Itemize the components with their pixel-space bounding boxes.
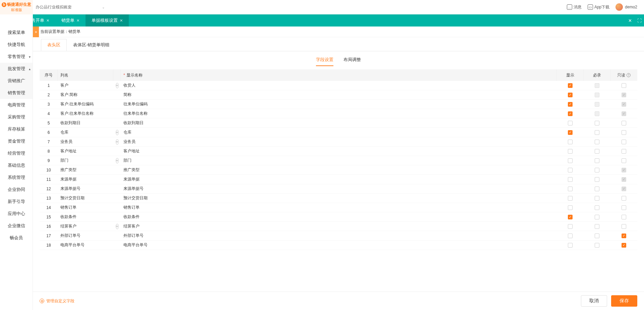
checkbox[interactable] (622, 83, 626, 88)
cell-display-name[interactable]: 客户地址 (121, 147, 557, 156)
cell-display-name[interactable]: 预计交货日期 (121, 194, 557, 203)
checkbox[interactable] (622, 149, 626, 154)
rail-group[interactable]: 采购管理 (0, 111, 33, 123)
rail-group[interactable]: 应用中心 (0, 208, 33, 220)
checkbox[interactable] (622, 234, 626, 238)
workspace-tab[interactable]: 销货单✕ (55, 14, 86, 27)
checkbox[interactable] (595, 196, 599, 201)
checkbox[interactable] (595, 243, 599, 248)
rail-group[interactable]: 基础信息 (0, 159, 33, 171)
cell-display-name[interactable]: 业务员 (121, 137, 557, 146)
cell-display-name[interactable]: 部门 (121, 156, 557, 165)
cell-display-name[interactable]: 往来单位编码 (121, 100, 557, 109)
cell-display-name[interactable]: 推广类型 (121, 165, 557, 174)
rail-item[interactable]: 快捷导航 (0, 39, 33, 51)
rail-group[interactable]: 企业微信 (0, 220, 33, 232)
expand-column-button[interactable]: + (116, 83, 119, 88)
rail-subitem[interactable]: 销售管理 (0, 87, 33, 99)
cell-display-name[interactable]: 结算客户 (121, 222, 557, 231)
cell-display-name[interactable]: 收货人 (121, 81, 557, 90)
checkbox[interactable] (622, 130, 626, 135)
checkbox[interactable] (568, 215, 573, 219)
app-download-link[interactable]: ▭ App下载 (588, 4, 609, 10)
checkbox[interactable] (568, 149, 573, 154)
checkbox[interactable] (568, 140, 573, 144)
rail-group[interactable]: 经营管理 (0, 147, 33, 159)
checkbox[interactable] (595, 158, 599, 163)
expand-notice-button[interactable]: » (33, 27, 39, 37)
checkbox[interactable] (595, 149, 599, 154)
rail-group[interactable]: 畅会员 (0, 232, 33, 244)
expand-column-button[interactable]: + (116, 224, 119, 229)
close-tab-icon[interactable]: ✕ (76, 18, 79, 23)
messages-link[interactable]: … 消息 (567, 4, 582, 10)
subtab-layout-adjust[interactable]: 布局调整 (343, 57, 361, 66)
rail-group[interactable]: 系统管理 (0, 171, 33, 184)
checkbox[interactable] (568, 121, 573, 125)
rail-group[interactable]: 资金管理 (0, 135, 33, 147)
checkbox[interactable] (595, 177, 599, 182)
cell-display-name[interactable]: 简称 (121, 90, 557, 99)
checkbox[interactable] (622, 215, 626, 219)
close-tab-icon[interactable]: ✕ (46, 18, 49, 23)
checkbox[interactable] (568, 102, 573, 107)
cell-display-name[interactable]: 外部订单号 (121, 231, 557, 240)
checkbox[interactable] (595, 140, 599, 144)
close-tab-icon[interactable]: ✕ (120, 18, 123, 23)
checkbox[interactable] (568, 243, 573, 248)
cancel-button[interactable]: 取消 (581, 295, 607, 307)
checkbox[interactable] (568, 168, 573, 172)
tab-body-area[interactable]: 表体区-销货单明细 (67, 39, 116, 51)
cell-display-name[interactable]: 来源单据 (121, 175, 557, 184)
manage-custom-fields-link[interactable]: ⚙ 管理自定义字段 (40, 298, 74, 304)
expand-column-button[interactable]: + (116, 158, 119, 163)
checkbox[interactable] (595, 205, 599, 210)
checkbox[interactable] (568, 130, 573, 135)
checkbox[interactable] (622, 158, 626, 163)
grid-body[interactable]: 1客户+收货人2客户.简称简称3客户.往来单位编码往来单位编码4客户.往来单位名… (40, 81, 637, 292)
checkbox[interactable] (622, 121, 626, 125)
checkbox[interactable] (595, 224, 599, 229)
checkbox[interactable] (595, 130, 599, 135)
expand-column-button[interactable]: + (116, 130, 119, 135)
rail-group[interactable]: 企业协同 (0, 184, 33, 196)
save-button[interactable]: 保存 (611, 295, 637, 307)
rail-group[interactable]: 零售管理▾ (0, 51, 33, 63)
checkbox[interactable] (568, 234, 573, 238)
subtab-field-settings[interactable]: 字段设置 (316, 57, 333, 66)
checkbox[interactable] (568, 83, 573, 88)
checkbox[interactable] (622, 140, 626, 144)
rail-group[interactable]: 批发管理▴ (0, 63, 33, 75)
close-all-tabs-button[interactable]: ✕ (625, 14, 635, 27)
cell-display-name[interactable]: 来源单据号 (121, 184, 557, 193)
checkbox[interactable] (595, 215, 599, 219)
checkbox[interactable] (568, 187, 573, 191)
cell-display-name[interactable]: 仓库 (121, 128, 557, 137)
tab-header-area[interactable]: 表头区 (41, 39, 67, 51)
checkbox[interactable] (595, 168, 599, 172)
rail-subitem[interactable]: 营销推广 (0, 75, 33, 87)
workspace-tab[interactable]: 单据模板设置✕ (86, 14, 129, 27)
checkbox[interactable] (568, 205, 573, 210)
rail-item[interactable]: 搜索菜单 (0, 27, 33, 39)
rail-group[interactable]: 新手引导 (0, 196, 33, 208)
rail-group[interactable]: 电商管理 (0, 99, 33, 111)
fullscreen-button[interactable]: ⛶ (635, 14, 644, 27)
checkbox[interactable] (568, 224, 573, 229)
checkbox[interactable] (568, 196, 573, 201)
checkbox[interactable] (595, 121, 599, 125)
rail-group[interactable]: 库存核算 (0, 123, 33, 135)
checkbox[interactable] (568, 111, 573, 116)
account-set-selector[interactable]: 办公品行业模拟账套 ⌄ (36, 4, 105, 10)
cell-display-name[interactable]: 往来单位名称 (121, 109, 557, 118)
checkbox[interactable] (622, 224, 626, 229)
cell-display-name[interactable]: 收款条件 (121, 212, 557, 221)
cell-display-name[interactable]: 电商平台单号 (121, 241, 557, 250)
checkbox[interactable] (568, 177, 573, 182)
checkbox[interactable] (568, 93, 573, 97)
checkbox[interactable] (568, 158, 573, 163)
checkbox[interactable] (595, 187, 599, 191)
user-menu[interactable]: demo2 (615, 3, 637, 11)
expand-column-button[interactable]: + (116, 139, 119, 145)
help-icon[interactable]: ? (627, 73, 631, 77)
